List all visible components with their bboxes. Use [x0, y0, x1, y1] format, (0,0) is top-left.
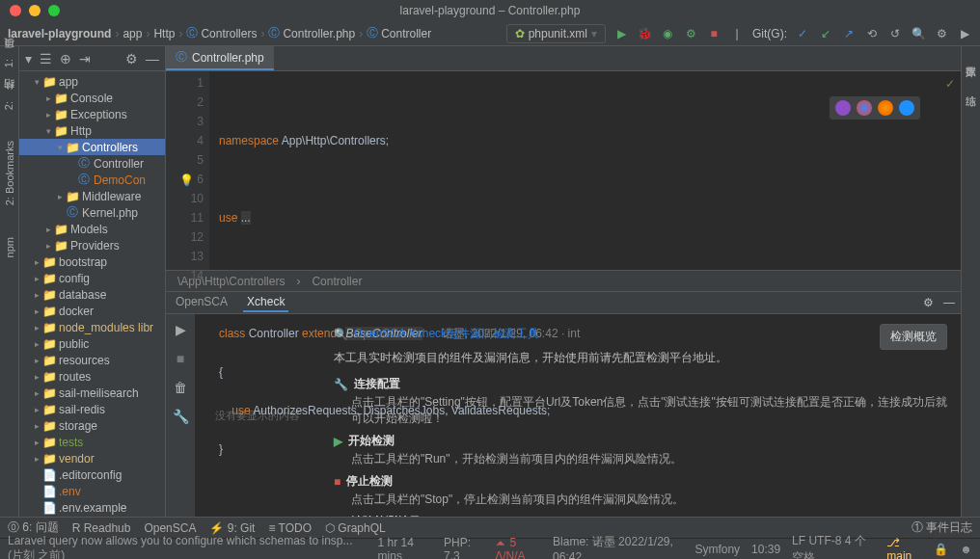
- tree-item[interactable]: ▸📁tests: [19, 434, 165, 450]
- tree-item[interactable]: ⒸDemoCon: [19, 172, 165, 188]
- tree-item[interactable]: ▸📁sail-redis: [19, 401, 165, 417]
- profile-icon[interactable]: ⚙: [683, 26, 698, 41]
- bottom-tab[interactable]: ≡ TODO: [268, 521, 312, 535]
- phpstorm-icon[interactable]: [835, 100, 851, 116]
- plugin-icon[interactable]: ▶: [957, 26, 972, 41]
- breadcrumb-item[interactable]: Http: [153, 27, 175, 40]
- tree-item[interactable]: ▸📁Console: [19, 90, 165, 106]
- project-tree[interactable]: ▾📁app▸📁Console▸📁Exceptions▾📁Http▾📁Contro…: [19, 71, 165, 517]
- run-config-dropdown[interactable]: ✿phpunit.xml▾: [506, 24, 606, 43]
- close-icon[interactable]: [10, 5, 21, 16]
- tree-item[interactable]: ⒸKernel.php: [19, 204, 165, 221]
- tree-item[interactable]: ⒸController: [19, 155, 165, 172]
- tree-item[interactable]: ▾📁Controllers: [19, 139, 165, 155]
- tree-item[interactable]: ▸📁Providers: [19, 237, 165, 253]
- select-file-icon[interactable]: ☰: [40, 51, 52, 67]
- project-dropdown-icon[interactable]: ▾: [25, 51, 32, 67]
- panel-content: 检测概览 🔍OpenSCA Xcheck组件漏洞检测工具 本工具实时检测项目的组…: [320, 314, 961, 517]
- tree-item[interactable]: 📄.env: [19, 483, 165, 499]
- tool-strip-item[interactable]: 冻结: [964, 81, 978, 93]
- status-branch[interactable]: ⎇ main: [886, 536, 922, 560]
- status-php[interactable]: PHP: 7.3: [444, 536, 483, 560]
- tree-item[interactable]: 📄.env.example: [19, 499, 165, 516]
- tree-item[interactable]: ▾📁app: [19, 73, 165, 90]
- bottom-tab[interactable]: R Readhub: [72, 521, 131, 535]
- status-lock-icon[interactable]: 🔒: [934, 543, 948, 556]
- intention-bulb-icon[interactable]: 💡: [179, 173, 194, 187]
- tree-item[interactable]: ▸📁docker: [19, 303, 165, 319]
- tab-controller[interactable]: Ⓒ Controller.php: [166, 46, 274, 70]
- panel-setting-icon[interactable]: 🔧: [173, 409, 189, 424]
- pull-icon[interactable]: ↗: [841, 26, 857, 41]
- gear-icon[interactable]: ⚙: [125, 51, 138, 67]
- tree-item[interactable]: ▸📁Middleware: [19, 188, 165, 204]
- bottom-tab[interactable]: OpenSCA: [144, 521, 196, 535]
- settings-icon[interactable]: ⚙: [934, 26, 949, 41]
- tree-item[interactable]: ▸📁Exceptions: [19, 106, 165, 122]
- status-delta[interactable]: ⏶ 5 Δ/N/A: [495, 536, 541, 560]
- status-pos[interactable]: 10:39: [751, 543, 780, 556]
- tree-item[interactable]: ▾📁Http: [19, 122, 165, 139]
- tree-item[interactable]: ▸📁config: [19, 270, 165, 286]
- status-face-icon[interactable]: ☻: [960, 543, 972, 556]
- breadcrumb-item[interactable]: laravel-playground: [8, 27, 111, 40]
- tree-item[interactable]: ▸📁database: [19, 286, 165, 303]
- locate-icon[interactable]: ⊕: [60, 51, 71, 67]
- tool-strip-item[interactable]: 2: 结构: [2, 93, 16, 116]
- tree-item[interactable]: ▸📁sail-meilisearch: [19, 385, 165, 401]
- browser-icons: [830, 96, 920, 120]
- collapse-icon[interactable]: ⇥: [79, 51, 91, 67]
- rollback-icon[interactable]: ↺: [887, 26, 903, 41]
- status-bar: Laravel query now allows you to configur…: [0, 538, 980, 559]
- tree-item[interactable]: ▸📁node_modules libr: [19, 319, 165, 335]
- inspection-ok-icon[interactable]: ✓: [945, 77, 955, 91]
- tree-item[interactable]: ▸📁public: [19, 335, 165, 352]
- stop-icon[interactable]: ■: [706, 26, 721, 41]
- safari-icon[interactable]: [899, 100, 914, 116]
- breadcrumb-item[interactable]: Ⓒ Controller: [367, 25, 431, 41]
- tool-strip-item[interactable]: 1: 项目: [2, 50, 16, 73]
- commit-icon[interactable]: ✓: [795, 26, 810, 41]
- history-icon[interactable]: ⟲: [864, 26, 880, 41]
- status-enc[interactable]: LF UTF-8 4 个空格: [792, 533, 875, 560]
- chrome-icon[interactable]: [857, 100, 872, 116]
- status-symfony[interactable]: Symfony: [694, 543, 740, 556]
- tool-strip-item[interactable]: npm: [4, 231, 15, 263]
- tool-strip-item[interactable]: 2: Bookmarks: [4, 135, 15, 211]
- hide-icon[interactable]: —: [146, 51, 159, 67]
- push-icon[interactable]: ↙: [818, 26, 833, 41]
- coverage-icon[interactable]: ◉: [660, 26, 675, 41]
- maximize-icon[interactable]: [48, 5, 60, 16]
- code-editor[interactable]: 1234561011121314 namespace App\Http\Cont…: [166, 71, 961, 270]
- tree-item[interactable]: ▸📁resources: [19, 352, 165, 368]
- run-icon[interactable]: ▶: [613, 26, 629, 41]
- search-icon[interactable]: 🔍: [911, 26, 926, 41]
- bottom-tab[interactable]: ⬡ GraphQL: [325, 521, 386, 535]
- tree-item[interactable]: ▸📁routes: [19, 368, 165, 385]
- panel-stop-icon[interactable]: ■: [177, 351, 184, 366]
- tree-item[interactable]: ▸📁vendor: [19, 450, 165, 466]
- debug-icon[interactable]: 🐞: [637, 26, 652, 41]
- status-blame[interactable]: Blame: 诺墨 2022/1/29, 06:42: [553, 534, 683, 559]
- minimize-icon[interactable]: [29, 5, 41, 16]
- overview-button[interactable]: 检测概览: [880, 324, 947, 350]
- status-message: Laravel query now allows you to configur…: [8, 534, 355, 559]
- bottom-tab[interactable]: ⚡ 9: Git: [209, 521, 255, 535]
- right-tool-strip: 数据库冻结: [961, 46, 980, 517]
- tree-item[interactable]: ▸📁Models: [19, 221, 165, 237]
- breadcrumb-item[interactable]: Ⓒ Controller.php: [268, 25, 355, 41]
- tree-item[interactable]: ▸📁storage: [19, 417, 165, 434]
- status-time[interactable]: 1 hr 14 mins: [378, 536, 433, 560]
- tree-item[interactable]: 📄.editorconfig: [19, 466, 165, 483]
- panel-clean-icon[interactable]: 🗑: [174, 380, 187, 395]
- breadcrumb-item[interactable]: app: [122, 27, 142, 40]
- breadcrumb[interactable]: laravel-playground›app›Http›Ⓒ Controller…: [8, 25, 431, 41]
- help-section: 🗑清除检测结果点击工具栏的"Clean"，清除当前项目的检测结果。: [334, 514, 947, 517]
- window-controls[interactable]: [0, 5, 60, 16]
- event-log-tab[interactable]: ① 事件日志: [912, 519, 972, 536]
- tool-strip-item[interactable]: 数据库: [964, 52, 978, 64]
- tree-item[interactable]: ▸📁bootstrap: [19, 253, 165, 270]
- firefox-icon[interactable]: [878, 100, 893, 116]
- breadcrumb-item[interactable]: Ⓒ Controllers: [186, 25, 257, 41]
- panel-run-icon[interactable]: ▶: [176, 322, 186, 337]
